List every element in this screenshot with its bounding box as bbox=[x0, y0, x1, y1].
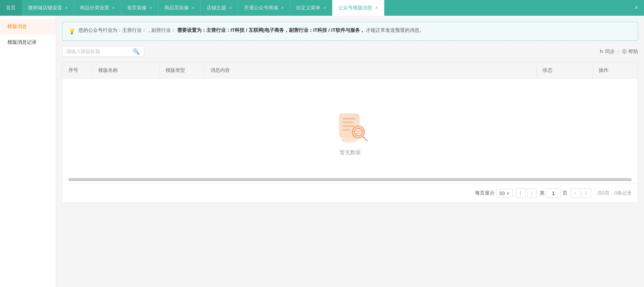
page-nav-next: › ⟩ bbox=[570, 188, 591, 198]
sidebar-item-template-msg[interactable]: 模版消息 bbox=[0, 19, 56, 34]
col-content: 消息内容 bbox=[204, 62, 537, 78]
chevron-down-icon: ∨ bbox=[506, 191, 509, 196]
close-tab-shop-theme[interactable]: × bbox=[229, 5, 232, 10]
col-index: 序号 bbox=[62, 62, 92, 78]
svg-rect-4 bbox=[343, 125, 355, 127]
close-tab-template-msg[interactable]: × bbox=[375, 5, 378, 10]
next-page-button[interactable]: › bbox=[570, 188, 580, 198]
total-info: 共0页，0条记录 bbox=[597, 190, 632, 196]
notice-banner: 💡 您的公众号行业为：主营行业：，副营行业： 需要设置为：主营行业：IT科技 /… bbox=[62, 22, 638, 41]
sync-button[interactable]: ↻ 同步 bbox=[600, 48, 615, 55]
refresh-icon: ↻ bbox=[600, 49, 604, 54]
svg-rect-2 bbox=[343, 118, 356, 119]
close-all-button[interactable]: × bbox=[629, 4, 644, 11]
svg-rect-11 bbox=[356, 133, 359, 134]
empty-illustration bbox=[332, 106, 369, 143]
page-input-wrap: 第 页 bbox=[540, 188, 567, 198]
svg-line-9 bbox=[363, 137, 367, 141]
table-header: 序号 模版名称 模版类型 消息内容 状态 操作 bbox=[62, 62, 638, 79]
scrollbar-thumb[interactable] bbox=[68, 178, 632, 181]
horizontal-scrollbar[interactable] bbox=[68, 178, 632, 181]
col-status: 状态 bbox=[537, 62, 593, 78]
scrollbar-area bbox=[62, 176, 638, 183]
tab-category-setting[interactable]: 商品分类设置 × bbox=[74, 0, 121, 16]
empty-state: 暂无数据 bbox=[62, 79, 638, 176]
prev-page-button[interactable]: ‹ bbox=[527, 188, 537, 198]
svg-rect-3 bbox=[343, 122, 353, 123]
svg-rect-5 bbox=[343, 129, 350, 131]
notice-text: 您的公众号行业为：主营行业：，副营行业： 需要设置为：主营行业：IT科技 / 互… bbox=[78, 27, 424, 34]
search-input-wrap: 🔍 bbox=[62, 46, 144, 57]
search-button[interactable]: 🔍 bbox=[130, 48, 143, 55]
empty-text: 暂无数据 bbox=[340, 149, 361, 156]
close-tab-open-mall[interactable]: × bbox=[281, 5, 284, 10]
search-actions: ↻ 同步 | ⓪ 帮助 bbox=[600, 48, 638, 55]
tab-custom-menu[interactable]: 自定义菜单 × bbox=[290, 0, 332, 16]
page-size-dropdown[interactable]: 50 ∨ bbox=[496, 189, 512, 198]
close-tab-category-setting[interactable]: × bbox=[112, 5, 115, 10]
pagination: 每页显示 50 ∨ ⟨ ‹ 第 页 bbox=[62, 183, 638, 202]
content-area: 💡 您的公众号行业为：主营行业：，副营行业： 需要设置为：主营行业：IT科技 /… bbox=[56, 16, 644, 287]
close-tab-custom-menu[interactable]: × bbox=[323, 5, 326, 10]
col-type: 模版类型 bbox=[160, 62, 204, 78]
page-number-input[interactable] bbox=[546, 188, 561, 198]
prev-page-icon: ‹ bbox=[531, 190, 533, 196]
tab-open-mall[interactable]: 开通公众号商城 × bbox=[238, 0, 290, 16]
page-nav: ⟨ ‹ bbox=[516, 188, 537, 198]
svg-rect-10 bbox=[356, 131, 361, 132]
tab-bar: 首页 微商城店铺设置 × 商品分类设置 × 首页装修 × 商品页装修 × 店铺主… bbox=[0, 0, 644, 16]
tab-home[interactable]: 首页 bbox=[0, 0, 22, 16]
col-name: 模版名称 bbox=[92, 62, 160, 78]
help-icon: ⓪ bbox=[622, 48, 627, 55]
search-bar: 🔍 ↻ 同步 | ⓪ 帮助 bbox=[62, 46, 638, 57]
tab-home-decoration[interactable]: 首页装修 × bbox=[121, 0, 158, 16]
tab-shop-theme[interactable]: 店铺主题 × bbox=[201, 0, 238, 16]
last-page-icon: ⟩ bbox=[585, 190, 587, 196]
divider: | bbox=[618, 49, 619, 54]
tab-product-decoration[interactable]: 商品页装修 × bbox=[158, 0, 201, 16]
close-tab-shop-setting[interactable]: × bbox=[65, 5, 68, 10]
first-page-button[interactable]: ⟨ bbox=[516, 188, 526, 198]
tab-template-msg[interactable]: 公众号模版消息 × bbox=[332, 0, 384, 16]
col-action: 操作 bbox=[593, 62, 638, 78]
help-button[interactable]: ⓪ 帮助 bbox=[622, 48, 638, 55]
first-page-icon: ⟨ bbox=[520, 190, 521, 196]
close-tab-product-decoration[interactable]: × bbox=[192, 5, 194, 10]
sidebar: 模版消息 模版消息记录 bbox=[0, 16, 56, 287]
sidebar-item-template-msg-record[interactable]: 模版消息记录 bbox=[0, 34, 56, 50]
bulb-icon: 💡 bbox=[68, 27, 76, 36]
page-size-select: 每页显示 50 ∨ bbox=[475, 189, 512, 198]
last-page-button[interactable]: ⟩ bbox=[582, 188, 591, 198]
search-input[interactable] bbox=[62, 46, 130, 57]
next-page-icon: › bbox=[574, 190, 576, 196]
main-layout: 模版消息 模版消息记录 💡 您的公众号行业为：主营行业：，副营行业： 需要设置为… bbox=[0, 16, 644, 287]
close-tab-home-decoration[interactable]: × bbox=[150, 5, 152, 10]
tab-shop-setting[interactable]: 微商城店铺设置 × bbox=[22, 0, 74, 16]
data-table: 序号 模版名称 模版类型 消息内容 状态 操作 bbox=[62, 62, 638, 203]
